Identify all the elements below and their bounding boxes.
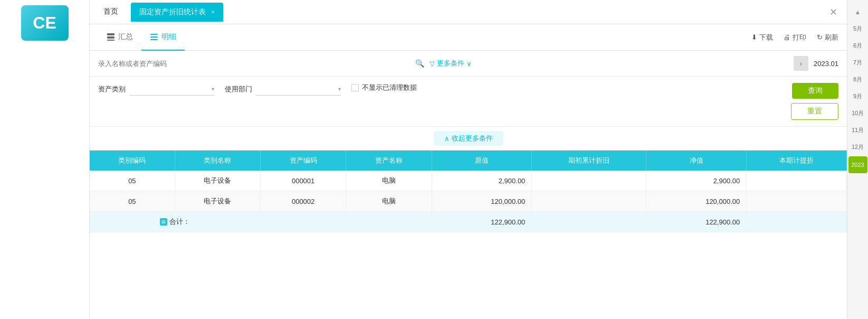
scroll-up-btn[interactable]: ▲ bbox=[848, 5, 867, 19]
refresh-btn[interactable]: ↻ 刷新 bbox=[817, 33, 838, 42]
search-input[interactable] bbox=[98, 60, 410, 68]
cell-original: 120,000.00 bbox=[432, 191, 532, 212]
query-btn[interactable]: 查询 bbox=[792, 83, 838, 99]
print-icon: 🖨 bbox=[784, 33, 790, 41]
month-item[interactable]: 12月 bbox=[848, 138, 867, 155]
year-item[interactable]: 2023 bbox=[848, 156, 867, 173]
cell-original: 2,900.00 bbox=[432, 171, 532, 191]
active-tab[interactable]: 固定资产折旧统计表 × bbox=[131, 3, 223, 22]
th-net-value: 净值 bbox=[646, 151, 747, 171]
no-cleared-label: 不显示已清理数据 bbox=[362, 83, 417, 92]
dept-dropdown-icon: ▾ bbox=[338, 86, 341, 92]
collapse-btn[interactable]: ∧ 收起更多条件 bbox=[434, 131, 503, 146]
reset-btn[interactable]: 重置 bbox=[791, 103, 838, 120]
table-container: 类别编码 类别名称 资产编码 资产名称 原值 期初累计折旧 净值 本期计提折 0… bbox=[90, 151, 847, 319]
month-item[interactable]: 10月 bbox=[848, 105, 867, 121]
dept-label: 使用部门 bbox=[225, 85, 252, 94]
total-original: 122,900.00 bbox=[432, 212, 532, 232]
cell-asset-name: 电脑 bbox=[346, 191, 432, 212]
svg-rect-2 bbox=[107, 40, 115, 41]
right-sidebar: ▲ 5月6月7月8月9月10月11月12月 2023 bbox=[847, 0, 868, 319]
download-icon: ⬇ bbox=[751, 33, 757, 41]
collapse-bar: ∧ 收起更多条件 bbox=[90, 127, 847, 151]
nav-left-btn[interactable]: › bbox=[794, 56, 808, 71]
search-icon: 🔍 bbox=[415, 59, 424, 68]
svg-rect-0 bbox=[107, 33, 115, 35]
cell-cat-name: 电子设备 bbox=[175, 171, 260, 191]
more-conditions-btn[interactable]: ▽ 更多条件 ∨ bbox=[430, 59, 472, 68]
tab-bar: 首页 固定资产折旧统计表 × ✕ bbox=[90, 0, 847, 24]
month-item[interactable]: 5月 bbox=[848, 20, 867, 37]
chevron-up-icon: ∧ bbox=[444, 135, 450, 143]
cell-cat-code: 05 bbox=[90, 191, 175, 212]
tab-summary[interactable]: 汇总 bbox=[98, 24, 141, 51]
asset-type-select-wrapper: ▾ bbox=[130, 83, 214, 96]
th-cat-code: 类别编码 bbox=[90, 151, 175, 171]
filter-icon: ▽ bbox=[430, 60, 435, 68]
logo: CE bbox=[21, 5, 69, 41]
total-net-value: 122,900.00 bbox=[646, 212, 747, 232]
home-tab[interactable]: 首页 bbox=[95, 0, 127, 24]
total-icon: ⊞ bbox=[160, 218, 167, 226]
month-item[interactable]: 11月 bbox=[848, 121, 867, 138]
svg-rect-3 bbox=[150, 34, 158, 35]
asset-type-group: 资产类别 ▾ bbox=[98, 83, 214, 96]
download-btn[interactable]: ⬇ 下载 bbox=[751, 33, 773, 42]
no-cleared-checkbox[interactable] bbox=[351, 84, 359, 91]
active-tab-label: 固定资产折旧统计表 bbox=[139, 7, 206, 17]
svg-rect-4 bbox=[150, 36, 158, 37]
tab-detail-label: 明细 bbox=[161, 32, 176, 42]
date-display: 2023.01 bbox=[814, 60, 838, 68]
chevron-down-icon: ∨ bbox=[466, 60, 472, 68]
table-row: 05 电子设备 000002 电脑 120,000.00 120,000.00 bbox=[90, 191, 847, 212]
btn-group: 查询 重置 bbox=[791, 83, 838, 120]
month-item[interactable]: 8月 bbox=[848, 71, 867, 88]
table-header-row: 类别编码 类别名称 资产编码 资产名称 原值 期初累计折旧 净值 本期计提折 bbox=[90, 151, 847, 171]
sub-tab-bar: 汇总 明细 ⬇ 下载 🖨 打印 ↻ 刷新 bbox=[90, 24, 847, 51]
cell-asset-name: 电脑 bbox=[346, 171, 432, 191]
cell-cat-code: 05 bbox=[90, 171, 175, 191]
total-asset-name bbox=[346, 212, 432, 232]
list-icon bbox=[150, 33, 158, 41]
th-original: 原值 bbox=[432, 151, 532, 171]
tab-bar-right: ✕ bbox=[825, 6, 842, 18]
total-acc-dep bbox=[532, 212, 646, 232]
total-current-dep bbox=[747, 212, 847, 232]
left-sidebar: CE bbox=[0, 0, 90, 319]
window-close-btn[interactable]: ✕ bbox=[825, 5, 842, 20]
dept-group: 使用部门 ▾ bbox=[225, 83, 341, 96]
tab-summary-label: 汇总 bbox=[118, 32, 133, 42]
data-table: 类别编码 类别名称 资产编码 资产名称 原值 期初累计折旧 净值 本期计提折 0… bbox=[90, 151, 847, 232]
total-row: ⊞ 合计： 122,900.00 122,900.00 bbox=[90, 212, 847, 232]
no-cleared-group: 不显示已清理数据 bbox=[351, 83, 417, 92]
cell-acc-dep bbox=[532, 171, 646, 191]
month-item[interactable]: 7月 bbox=[848, 54, 867, 71]
tab-detail[interactable]: 明细 bbox=[141, 24, 185, 51]
print-label: 打印 bbox=[793, 33, 806, 42]
refresh-label: 刷新 bbox=[825, 33, 838, 42]
search-bar: 🔍 ▽ 更多条件 ∨ › 2023.01 bbox=[90, 51, 847, 77]
total-text: 合计： bbox=[169, 217, 190, 227]
total-asset-code bbox=[260, 212, 346, 232]
main-content: 首页 固定资产折旧统计表 × ✕ 汇总 bbox=[90, 0, 847, 319]
print-btn[interactable]: 🖨 打印 bbox=[784, 33, 806, 42]
th-cat-name: 类别名称 bbox=[175, 151, 260, 171]
cell-asset-code: 000001 bbox=[260, 171, 346, 191]
th-current-dep: 本期计提折 bbox=[747, 151, 847, 171]
asset-type-input[interactable] bbox=[130, 83, 212, 95]
dept-input[interactable] bbox=[256, 83, 338, 95]
month-item[interactable]: 9月 bbox=[848, 88, 867, 105]
dept-select-wrapper: ▾ bbox=[256, 83, 341, 96]
th-asset-name: 资产名称 bbox=[346, 151, 432, 171]
cell-asset-code: 000002 bbox=[260, 191, 346, 212]
filter-conditions: 资产类别 ▾ 使用部门 ▾ 不显示已清理数据 查询 重置 bbox=[90, 77, 847, 127]
cell-acc-dep bbox=[532, 191, 646, 212]
tab-close-btn[interactable]: × bbox=[211, 8, 215, 16]
month-item[interactable]: 6月 bbox=[848, 37, 867, 54]
cell-current-dep bbox=[747, 171, 847, 191]
cell-net-value: 2,900.00 bbox=[646, 171, 747, 191]
th-acc-dep: 期初累计折旧 bbox=[532, 151, 646, 171]
layers-icon bbox=[107, 33, 115, 41]
refresh-icon: ↻ bbox=[817, 33, 823, 41]
more-conditions-label: 更多条件 bbox=[437, 59, 464, 68]
